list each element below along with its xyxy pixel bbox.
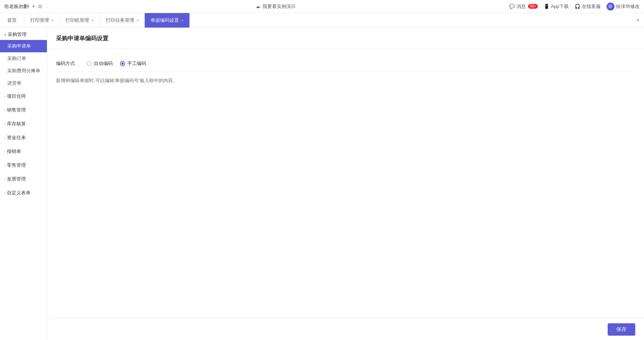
- chevron-right-icon-custom: ›: [4, 191, 5, 195]
- chevron-down-icon: ▾: [4, 33, 6, 37]
- settings-icon[interactable]: ⚙: [38, 4, 43, 9]
- chevron-right-icon-inventory: ›: [4, 122, 5, 126]
- headset-icon: 🎧: [575, 4, 580, 9]
- dropdown-icon[interactable]: ▾: [32, 4, 35, 9]
- content-footer: 保存: [47, 318, 644, 340]
- sidebar-group-purchase-title[interactable]: ▾ 采购管理: [0, 28, 47, 40]
- top-bar-left: 给老板勿删! ▾ ⚙: [4, 3, 43, 10]
- online-support-btn[interactable]: 🎧 在线客服: [575, 3, 601, 10]
- tab-barcode-settings[interactable]: 单据编码设置 ×: [145, 13, 189, 28]
- tab-print-task-mgmt[interactable]: 打印任务管理 ×: [100, 13, 145, 28]
- sidebar: ▾ 采购管理 采购申请单 采购订单 采购费用分摊单 进货单 › 项目合同 › 销…: [0, 28, 47, 340]
- phone-icon: 📱: [544, 4, 549, 9]
- avatar-icon: 徐: [607, 3, 615, 11]
- tab-print-mgmt[interactable]: 打印管理 ×: [24, 13, 60, 28]
- radio-manual-circle: [120, 61, 125, 66]
- chevron-right-icon-retail: ›: [4, 163, 5, 167]
- tab-bar: 首页 打印管理 × 打印机管理 × 打印任务管理 × 单据编码设置 × ×: [0, 13, 644, 28]
- sidebar-group-sales[interactable]: › 销售管理: [0, 103, 47, 117]
- message-badge: 99+: [528, 4, 538, 9]
- sidebar-group-purchase: ▾ 采购管理 采购申请单 采购订单 采购费用分摊单 进货单: [0, 28, 47, 89]
- demo-link[interactable]: 我要看实例演示: [263, 3, 296, 10]
- radio-auto-code[interactable]: 自动编码: [87, 60, 113, 67]
- sidebar-group-project-contract[interactable]: › 项目合同: [0, 89, 47, 103]
- tab-printer-mgmt[interactable]: 打印机管理 ×: [60, 13, 100, 28]
- info-text: 新增和编辑单据时,可以编辑'单据编码号'输入框中的内容。: [56, 77, 635, 84]
- chevron-right-icon-invoice: ›: [4, 177, 5, 181]
- encoding-section: 编码方式 自动编码 手工编码: [56, 56, 635, 72]
- online-support-label: 在线客服: [582, 3, 601, 10]
- chevron-right-icon-fund: ›: [4, 136, 5, 140]
- close-printer-mgmt[interactable]: ×: [91, 18, 93, 23]
- content-body: 编码方式 自动编码 手工编码 新增和编辑单据时,可以编辑'单据编码号'输入框中的…: [47, 49, 644, 318]
- message-icon: 💬: [509, 4, 515, 9]
- sidebar-item-inbound[interactable]: 进货单: [0, 77, 47, 89]
- chevron-right-icon-project: ›: [4, 94, 5, 98]
- close-print-task-mgmt[interactable]: ×: [136, 18, 139, 23]
- page-title: 采购申请单编码设置: [56, 35, 635, 42]
- sidebar-item-purchase-request[interactable]: 采购申请单: [0, 40, 47, 52]
- sidebar-group-custom-forms[interactable]: › 自定义表单: [0, 186, 47, 200]
- encoding-label: 编码方式: [56, 60, 78, 67]
- chevron-right-icon-sales: ›: [4, 108, 5, 112]
- radio-auto-circle: [87, 61, 92, 66]
- manual-code-label: 手工编码: [127, 60, 146, 67]
- message-btn[interactable]: 💬 消息 99+: [509, 3, 538, 10]
- save-button[interactable]: 保存: [608, 323, 635, 336]
- radio-group-encoding: 自动编码 手工编码: [87, 60, 146, 67]
- user-name: 徐泽华修改: [616, 3, 640, 10]
- demo-cloud-icon: ☁: [256, 4, 260, 9]
- close-all-tabs[interactable]: ×: [632, 17, 644, 24]
- content-area: 采购申请单编码设置 编码方式 自动编码 手工编码 新增和编辑单据时,可以: [47, 28, 644, 340]
- auto-code-label: 自动编码: [94, 60, 113, 67]
- user-avatar-btn[interactable]: 徐 徐泽华修改: [607, 3, 640, 11]
- sidebar-group-invoice[interactable]: › 发票管理: [0, 172, 47, 186]
- sidebar-item-purchase-expense[interactable]: 采购费用分摊单: [0, 65, 47, 77]
- sidebar-group-inventory[interactable]: › 库存核算: [0, 117, 47, 131]
- sidebar-group-fund[interactable]: › 资金往来: [0, 131, 47, 145]
- radio-manual-code[interactable]: 手工编码: [120, 60, 146, 67]
- chevron-right-icon-returns: ›: [4, 150, 5, 154]
- app-download-btn[interactable]: 📱 App下载: [544, 3, 569, 10]
- sidebar-item-purchase-order[interactable]: 采购订单: [0, 52, 47, 65]
- sidebar-group-retail[interactable]: › 零售管理: [0, 158, 47, 172]
- top-bar-center: ☁ 我要看实例演示: [256, 3, 296, 10]
- close-print-mgmt[interactable]: ×: [51, 18, 53, 23]
- top-bar: 给老板勿删! ▾ ⚙ ☁ 我要看实例演示 💬 消息 99+ 📱 App下载 🎧 …: [0, 0, 644, 13]
- brand-name: 给老板勿删!: [4, 3, 29, 10]
- page-header: 采购申请单编码设置: [47, 28, 644, 49]
- main-layout: ▾ 采购管理 采购申请单 采购订单 采购费用分摊单 进货单 › 项目合同 › 销…: [0, 28, 644, 340]
- close-barcode-settings[interactable]: ×: [181, 18, 183, 23]
- app-download-label: App下载: [551, 3, 569, 10]
- sidebar-group-returns[interactable]: › 报销单: [0, 145, 47, 158]
- message-label: 消息: [516, 3, 526, 10]
- top-bar-right: 💬 消息 99+ 📱 App下载 🎧 在线客服 徐 徐泽华修改: [509, 3, 640, 11]
- tab-home[interactable]: 首页: [0, 13, 24, 28]
